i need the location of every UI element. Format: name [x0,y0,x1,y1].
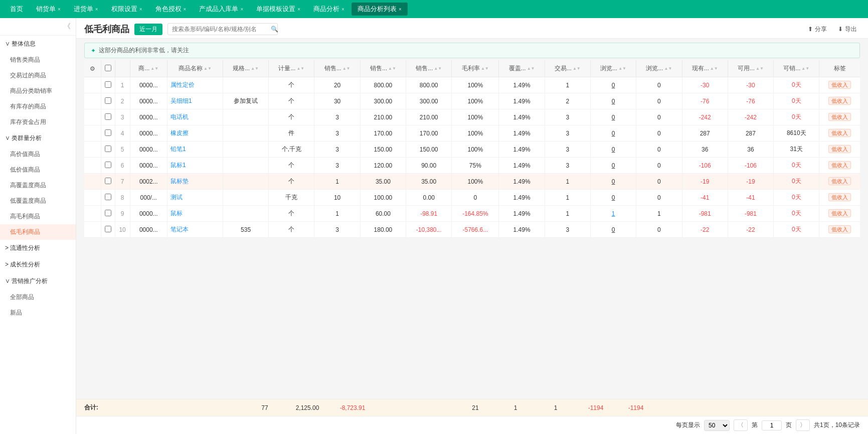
td-name[interactable]: 鼠标1 [167,158,223,174]
nav-item-角色授权[interactable]: 角色授权× [149,3,193,16]
th-trade-count[interactable]: 交易...▲▼ [545,60,590,77]
td-name[interactable]: 电话机 [167,109,223,125]
th-unit[interactable]: 计量...▲▼ [269,60,314,77]
th-spec[interactable]: 规格...▲▼ [223,60,268,77]
sidebar-item-有库存的商品[interactable]: 有库存的商品 [0,99,76,114]
nav-close-icon[interactable]: × [95,7,98,12]
td-browse1[interactable]: 0 [590,174,636,190]
sidebar-group-成长性分析[interactable]: > 成长性分析 [0,256,76,273]
sidebar-item-商品分类助销率[interactable]: 商品分类助销率 [0,83,76,99]
nav-item-销货单[interactable]: 销货单× [30,3,67,16]
sidebar-group-类群量分析[interactable]: ∨ 类群量分析 [0,130,76,147]
td-browse1[interactable]: 0 [590,141,636,158]
nav-item-商品分析[interactable]: 商品分析× [307,3,351,16]
td-browse1[interactable]: 0 [590,190,636,206]
next-page-button[interactable]: 〉 [796,419,810,431]
th-gross-rate[interactable]: 毛利率▲▼ [452,60,499,77]
sidebar-item-高毛利商品[interactable]: 高毛利商品 [0,209,76,224]
row-checkbox[interactable] [105,113,111,120]
td-checkbox[interactable] [101,222,115,238]
td-browse1[interactable]: 0 [590,222,636,238]
sidebar-item-全部商品[interactable]: 全部商品 [0,290,76,305]
nav-item-商品分析列表[interactable]: 商品分析列表× [352,3,408,16]
th-saleable[interactable]: 可销...▲▼ [774,60,819,77]
nav-item-权限设置[interactable]: 权限设置× [105,3,148,16]
td-name[interactable]: 属性定价 [167,77,223,93]
sidebar-group-整体信息[interactable]: ∨ 整体信息 [0,36,76,52]
td-name[interactable]: 测试 [167,190,223,206]
row-checkbox[interactable] [105,194,111,200]
nav-close-icon[interactable]: × [184,7,187,12]
nav-close-icon[interactable]: × [58,7,61,12]
th-cover-rate[interactable]: 覆盖...▲▼ [499,60,545,77]
td-checkbox[interactable] [101,141,115,158]
th-checkbox[interactable] [101,60,115,77]
nav-item-首页[interactable]: 首页 [4,3,29,16]
search-input[interactable] [167,23,278,35]
row-checkbox[interactable] [105,178,111,184]
prev-page-button[interactable]: 〈 [734,419,748,431]
nav-item-单据模板设置[interactable]: 单据模板设置× [250,3,306,16]
th-code[interactable]: 商...▲▼ [130,60,167,77]
td-name[interactable]: 铅笔1 [167,141,223,158]
td-name[interactable]: 笔记本 [167,222,223,238]
sidebar-item-交易过的商品[interactable]: 交易过的商品 [0,68,76,83]
td-browse1[interactable]: 0 [590,93,636,109]
nav-close-icon[interactable]: × [139,7,142,12]
th-browse2[interactable]: 浏览...▲▼ [636,60,682,77]
td-checkbox[interactable] [101,93,115,109]
sidebar-group-营销推广分析[interactable]: ∨ 营销推广分析 [0,273,76,290]
nav-close-icon[interactable]: × [240,7,243,12]
nav-close-icon[interactable]: × [341,7,344,12]
td-checkbox[interactable] [101,158,115,174]
td-checkbox[interactable] [101,206,115,222]
td-browse1[interactable]: 0 [590,109,636,125]
th-sales-price[interactable]: 销售...▲▼ [360,60,406,77]
th-available[interactable]: 可用...▲▼ [728,60,773,77]
th-current-stock[interactable]: 现有...▲▼ [682,60,728,77]
sidebar-item-新品[interactable]: 新品 [0,305,76,321]
nav-close-icon[interactable]: × [297,7,300,12]
settings-icon[interactable]: ⚙ [90,65,95,72]
sidebar-group-流通性分析[interactable]: > 流通性分析 [0,240,76,256]
td-name[interactable]: 吴细细1 [167,93,223,109]
row-checkbox[interactable] [105,81,111,88]
nav-item-产成品入库单[interactable]: 产成品入库单× [193,3,249,16]
row-checkbox[interactable] [105,162,111,168]
td-name[interactable]: 鼠标垫 [167,174,223,190]
th-sales-profit[interactable]: 销售...▲▼ [406,60,452,77]
share-button[interactable]: ⬆ 分享 [805,24,830,35]
td-browse1[interactable]: 0 [590,77,636,93]
th-name[interactable]: 商品名称▲▼ [167,60,223,77]
page-size-select[interactable]: 50 100 200 [704,420,730,431]
td-name[interactable]: 鼠标 [167,206,223,222]
row-checkbox[interactable] [105,210,111,216]
row-checkbox[interactable] [105,226,111,232]
td-checkbox[interactable] [101,190,115,206]
sidebar-item-高价值商品[interactable]: 高价值商品 [0,147,76,162]
search-icon[interactable]: 🔍 [271,26,278,33]
td-browse1[interactable]: 1 [590,206,636,222]
sidebar-item-高覆盖度商品[interactable]: 高覆盖度商品 [0,178,76,193]
td-checkbox[interactable] [101,174,115,190]
th-browse1[interactable]: 浏览...▲▼ [590,60,636,77]
td-name[interactable]: 橡皮擦 [167,125,223,141]
sidebar-item-低覆盖度商品[interactable]: 低覆盖度商品 [0,193,76,209]
page-number-input[interactable] [762,420,782,430]
sidebar-item-销售类商品[interactable]: 销售类商品 [0,52,76,68]
table-container[interactable]: ⚙ 商...▲▼ 商品名称▲▼ 规格...▲▼ 计量...▲▼ 销售...▲▼ … [76,60,868,399]
sidebar-collapse-button[interactable]: 《 [64,22,71,31]
filter-button[interactable]: 近一月 [134,24,162,35]
nav-item-进货单[interactable]: 进货单× [68,3,104,16]
th-sales-qty[interactable]: 销售...▲▼ [314,60,360,77]
sidebar-item-库存资金占用[interactable]: 库存资金占用 [0,114,76,130]
td-checkbox[interactable] [101,109,115,125]
td-browse1[interactable]: 0 [590,125,636,141]
sidebar-item-低毛利商品[interactable]: 低毛利商品 [0,224,76,240]
select-all-checkbox[interactable] [105,65,111,71]
sidebar-item-低价值商品[interactable]: 低价值商品 [0,162,76,178]
th-settings[interactable]: ⚙ [84,60,101,77]
nav-close-icon[interactable]: × [399,7,402,12]
export-button[interactable]: ⬇ 导出 [835,24,860,35]
td-checkbox[interactable] [101,77,115,93]
